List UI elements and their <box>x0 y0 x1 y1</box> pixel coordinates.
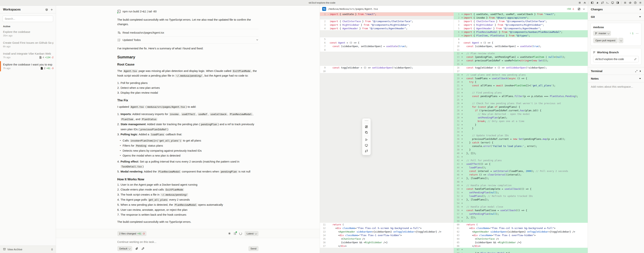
inline-code: useEffect <box>181 112 196 116</box>
model-label: Default <box>120 247 128 250</box>
more-options-icon[interactable]: ⋯ <box>636 32 639 35</box>
diff-row: 23+ // Find pending plans <box>454 91 588 94</box>
monitor-icon[interactable] <box>363 142 370 148</box>
diff-row: 41+ <box>454 155 588 158</box>
diff-row: 43+ useEffect(() => { <box>454 162 588 166</box>
menu-icon[interactable] <box>624 1 626 4</box>
titlebar-separator <box>621 2 622 4</box>
play-icon[interactable] <box>363 137 370 142</box>
workspace-title: Explore the codebase I want you to exp <box>3 63 54 66</box>
diff-filler-row <box>320 130 454 134</box>
add-workspace-icon[interactable] <box>50 8 53 11</box>
git-compare-icon[interactable] <box>601 1 604 4</box>
chevron-down-icon[interactable] <box>256 38 258 42</box>
diff-row: 4import { AgentHeader } from "@/componen… <box>320 27 454 30</box>
view-archive-row[interactable]: View Archive 0 <box>0 246 56 253</box>
tool-row-read[interactable]: Read medusa/src/pages/Agent.tsx <box>117 29 258 36</box>
notes-section-header[interactable]: Notes <box>588 75 644 82</box>
send-button[interactable]: Send <box>248 246 258 251</box>
diff-file-header: TS /medusa/medusa/src/pages/Agent.tsx +5… <box>320 6 588 12</box>
search-input[interactable] <box>3 16 53 22</box>
monitor-icon[interactable] <box>611 1 614 4</box>
diff-row: 34+ <box>454 130 588 134</box>
diff-filler-row <box>320 102 454 105</box>
hide-whitespace-icon[interactable] <box>363 124 370 130</box>
layers-icon[interactable] <box>45 8 48 11</box>
inline-code: Agent.tsx <box>123 70 138 73</box>
pen-icon[interactable] <box>142 247 144 250</box>
help-icon[interactable] <box>634 1 637 4</box>
list-item: 3.Polling logic: Added a loadPlans callb… <box>117 132 258 137</box>
copy-icon[interactable] <box>363 130 370 135</box>
files-changed-label: 2 files changed <box>119 232 136 235</box>
list-item: 1.User is on the Agent page with a Docke… <box>117 182 258 187</box>
latest-dropdown[interactable]: Latest <box>245 231 258 236</box>
git-label: Git <box>591 15 595 18</box>
diff-row: 5 <box>320 37 454 41</box>
diff-filler-row <box>320 144 454 148</box>
working-branch-field[interactable] <box>593 56 639 62</box>
diff-row: 4import { RightSidebar } from "@/compone… <box>454 23 588 27</box>
inline-code: useCallback <box>210 112 227 116</box>
pr-options-dropdown[interactable] <box>618 38 623 43</box>
open-pull-request-button[interactable]: Open pull request <box>593 38 618 43</box>
megaphone-icon[interactable] <box>629 1 632 4</box>
pause-icon[interactable] <box>578 1 581 4</box>
todo-status-icon[interactable] <box>234 232 236 235</box>
message-heading: How It Works Now <box>117 178 258 181</box>
chevron-down-icon[interactable] <box>582 8 586 10</box>
chat-icon[interactable] <box>596 1 599 4</box>
message-paragraph: I've implemented the fix. Here's a summa… <box>117 46 258 51</box>
files-changed-chip[interactable]: 2 files changed +61 -3 <box>117 231 147 236</box>
terminal-section-header[interactable]: Terminal <box>588 68 644 75</box>
diff-filler-row <box>320 148 454 152</box>
inline-code: TaskDetail.tsx <box>120 165 143 168</box>
diff-filler-row <box>320 176 454 180</box>
tool-row-terminal[interactable]: npm run build 2>&1 | tail -80 <box>117 8 258 15</box>
diff-row: 59+ <box>454 219 588 223</box>
workspace-item[interactable]: Explore the codebase35m ago <box>0 28 56 39</box>
ordered-list: 1.User is on the Agent page with a Docke… <box>117 182 258 217</box>
workspace-item[interactable]: Create Good First Issues on Github So p6… <box>0 39 56 50</box>
inline-code: PlanItem <box>120 118 134 121</box>
hide-whitespace-icon[interactable] <box>578 8 580 10</box>
notes-placeholder[interactable]: Add notes about this workspace... <box>588 82 644 91</box>
diff-row: 12+ // Plan review state <box>454 52 588 55</box>
commits-ahead: ↑ 1 <box>630 32 634 35</box>
working-branch-input[interactable] <box>595 58 633 60</box>
model-dropdown[interactable]: Default <box>117 246 132 251</box>
terminal-icon[interactable] <box>606 1 609 4</box>
diff-filler-row <box>320 212 454 216</box>
workspace-item[interactable]: Explore the codebase I want you to exp7h… <box>0 61 56 72</box>
diff-row: 9const Agent = () => { <box>454 41 588 44</box>
collapse-icon[interactable] <box>583 1 586 4</box>
diff-row: 49+ // Handle plan review completion <box>454 184 588 187</box>
git-section-header[interactable]: Git <box>588 13 644 21</box>
diff-filler-row <box>320 123 454 126</box>
list-item: 2.Detect when a new plan arrives <box>117 86 258 90</box>
spinner-icon <box>239 232 242 235</box>
attach-icon[interactable] <box>135 247 138 250</box>
tool-row-todos[interactable]: Updated Todos <box>117 36 258 44</box>
panel-left-icon[interactable] <box>591 1 594 4</box>
changes-section-header[interactable]: Changes <box>588 6 644 13</box>
chat-scroll-area[interactable]: npm run build 2>&1 | tail -80The build c… <box>56 6 320 229</box>
expand-icon[interactable] <box>635 70 638 72</box>
panel-right-icon[interactable] <box>616 1 619 4</box>
deletions-count: -3 <box>142 232 144 235</box>
diff-row: 17 <box>454 70 588 73</box>
inline-code: pendingPlan <box>220 170 238 173</box>
branch-dropdown[interactable]: master <box>593 31 611 36</box>
terminal-icon <box>117 10 121 13</box>
workspace-item[interactable]: Install and integrate Vibe Kanban Web7h … <box>0 50 56 61</box>
diff-row: 61 <div className="flex flex-col h-scree… <box>454 226 588 230</box>
message-input[interactable] <box>117 240 258 244</box>
settings-icon[interactable] <box>639 1 642 4</box>
diff-row: 66 </div> <box>454 244 588 248</box>
spark-icon[interactable] <box>228 232 231 235</box>
diff-row: 62 <AgentHeader sidebarOpen={sidebarOpen… <box>454 230 588 234</box>
workspace-side-panel: Changes Git medusa master ↑ 1 ⋯ Open <box>588 6 644 253</box>
git-branch-icon[interactable] <box>363 148 370 154</box>
diff-body[interactable]: 1-import { useState } from "react";2impo… <box>320 12 588 253</box>
drag-handle-icon[interactable] <box>365 120 368 122</box>
